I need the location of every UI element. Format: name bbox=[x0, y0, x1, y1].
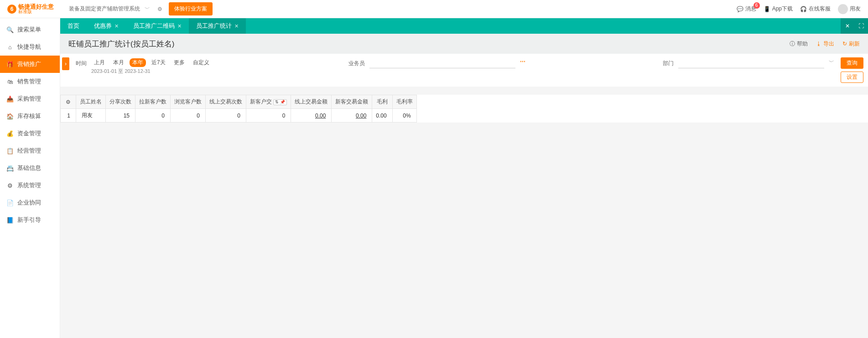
refresh-link[interactable]: ↻ 刷新 bbox=[842, 40, 860, 48]
tab-3[interactable]: 员工推广统计✕ bbox=[189, 18, 246, 34]
column-header[interactable]: 线上交易金额 bbox=[291, 95, 332, 109]
messages-badge: 6 bbox=[754, 2, 760, 9]
sidebar-item-11[interactable]: 📘新手引导 bbox=[0, 211, 60, 229]
sidebar: 🔍搜索菜单⌂快捷导航🎁营销推广🛍销售管理📥采购管理🏠库存核算💰资金管理📋经营管理… bbox=[0, 18, 60, 338]
sidebar-icon: 📇 bbox=[6, 165, 14, 172]
close-icon[interactable]: ✕ bbox=[177, 23, 182, 29]
time-option[interactable]: 自定义 bbox=[190, 58, 212, 67]
expand-tabs-button[interactable]: ⛶ bbox=[854, 18, 868, 34]
logo-subtext: 标准版 bbox=[18, 10, 54, 14]
column-header[interactable]: 毛利率 bbox=[392, 95, 416, 109]
page-title-bar: 旺铺员工推广统计(按员工姓名) ⓘ 帮助 ⭳ 导出 ↻ 刷新 bbox=[60, 34, 868, 54]
tab-2[interactable]: 员工推广二维码✕ bbox=[126, 18, 189, 34]
column-header[interactable]: 新客户交 ⇅📌 bbox=[246, 95, 291, 109]
sidebar-item-3[interactable]: 🛍销售管理 bbox=[0, 73, 60, 90]
try-industry-button[interactable]: 体验行业方案 bbox=[169, 2, 213, 15]
tab-label: 员工推广统计 bbox=[196, 22, 232, 30]
sidebar-item-0[interactable]: 🔍搜索菜单 bbox=[0, 21, 60, 38]
sidebar-item-5[interactable]: 🏠库存核算 bbox=[0, 108, 60, 125]
table-settings-header[interactable]: ⚙ bbox=[61, 95, 76, 109]
headset-icon: 🎧 bbox=[800, 6, 807, 12]
column-header[interactable]: 毛利 bbox=[372, 95, 392, 109]
message-icon: 💬 bbox=[737, 6, 743, 12]
sort-icon[interactable]: ⇅ bbox=[275, 100, 279, 104]
sidebar-icon: ⚙ bbox=[6, 182, 14, 189]
sidebar-item-2[interactable]: 🎁营销推广 bbox=[0, 56, 60, 73]
close-all-tabs-button[interactable]: ✕ bbox=[841, 18, 854, 34]
help-label: 帮助 bbox=[797, 40, 808, 48]
pin-icon[interactable]: 📌 bbox=[280, 100, 285, 104]
column-header[interactable]: 分享次数 bbox=[106, 95, 135, 109]
sidebar-item-label: 企业协同 bbox=[17, 199, 41, 207]
messages-link[interactable]: 💬 消息 6 bbox=[737, 5, 756, 13]
username: 用友 bbox=[850, 5, 861, 13]
salesman-more-icon[interactable]: ⋯ bbox=[520, 58, 526, 65]
time-option[interactable]: 本月 bbox=[110, 58, 127, 67]
column-header[interactable]: 新客交易金额 bbox=[332, 95, 372, 109]
sidebar-item-label: 搜索菜单 bbox=[17, 26, 41, 34]
org-selector[interactable]: 装备及固定资产辅助管理系统 ﹀ ⚙ bbox=[69, 5, 162, 13]
sidebar-item-label: 采购管理 bbox=[17, 95, 41, 103]
salesman-filter: 业务员 ⋯ bbox=[348, 58, 526, 68]
user-menu[interactable]: 用友 bbox=[838, 4, 861, 14]
sidebar-item-label: 营销推广 bbox=[17, 60, 41, 68]
dept-label: 部门 bbox=[663, 58, 674, 67]
refresh-label: 刷新 bbox=[849, 40, 860, 48]
salesman-input[interactable] bbox=[369, 58, 515, 68]
sidebar-item-7[interactable]: 📋经营管理 bbox=[0, 142, 60, 159]
sidebar-icon: 🎁 bbox=[6, 61, 14, 68]
sidebar-icon: 📥 bbox=[6, 96, 14, 102]
close-icon[interactable]: ✕ bbox=[234, 23, 239, 29]
salesman-label: 业务员 bbox=[348, 58, 365, 67]
column-header[interactable]: 拉新客户数 bbox=[135, 95, 171, 109]
settings-button[interactable]: 设置 bbox=[841, 72, 863, 83]
filter-bar: › 时间 上月本月本年近7天更多自定义 2023-01-01 至 2023-12… bbox=[60, 54, 868, 87]
sidebar-item-1[interactable]: ⌂快捷导航 bbox=[0, 38, 60, 56]
cell-txamt[interactable]: 0.00 bbox=[291, 109, 332, 123]
query-button[interactable]: 查询 bbox=[841, 57, 863, 69]
column-header[interactable]: 线上交易次数 bbox=[206, 95, 246, 109]
sidebar-item-10[interactable]: 📄企业协同 bbox=[0, 194, 60, 211]
export-link[interactable]: ⭳ 导出 bbox=[816, 40, 834, 48]
tab-label: 首页 bbox=[68, 22, 79, 30]
sidebar-item-6[interactable]: 💰资金管理 bbox=[0, 125, 60, 142]
app-download-link[interactable]: 📱 App下载 bbox=[764, 5, 793, 13]
sidebar-item-4[interactable]: 📥采购管理 bbox=[0, 90, 60, 108]
top-header: 6 畅捷通好生意 标准版 装备及固定资产辅助管理系统 ﹀ ⚙ 体验行业方案 💬 … bbox=[0, 0, 868, 18]
time-option[interactable]: 更多 bbox=[171, 58, 187, 67]
tab-0[interactable]: 首页 bbox=[60, 18, 87, 34]
tab-label: 优惠券 bbox=[94, 22, 112, 30]
time-option[interactable]: 上月 bbox=[91, 58, 108, 67]
dept-chevron-icon[interactable]: ﹀ bbox=[829, 58, 834, 66]
help-link[interactable]: ⓘ 帮助 bbox=[790, 40, 808, 48]
sidebar-item-9[interactable]: ⚙系统管理 bbox=[0, 177, 60, 194]
column-header[interactable]: 员工姓名 bbox=[76, 95, 106, 109]
online-service-link[interactable]: 🎧 在线客服 bbox=[800, 5, 831, 13]
logo[interactable]: 6 畅捷通好生意 标准版 bbox=[7, 4, 60, 14]
sort-pin-widget[interactable]: ⇅📌 bbox=[273, 99, 287, 105]
close-icon[interactable]: ✕ bbox=[114, 23, 119, 29]
avatar bbox=[838, 4, 848, 14]
chevron-down-icon: ﹀ bbox=[145, 5, 150, 13]
sidebar-item-8[interactable]: 📇基础信息 bbox=[0, 159, 60, 177]
dept-filter: 部门 ﹀ bbox=[663, 58, 834, 68]
time-option[interactable]: 近7天 bbox=[149, 58, 168, 67]
date-range: 2023-01-01 至 2023-12-31 bbox=[91, 68, 212, 75]
column-header[interactable]: 浏览客户数 bbox=[171, 95, 206, 109]
page-title: 旺铺员工推广统计(按员工姓名) bbox=[68, 39, 174, 49]
cell-newtxamt[interactable]: 0.00 bbox=[332, 109, 372, 123]
export-icon: ⭳ bbox=[816, 41, 821, 47]
time-label: 时间 bbox=[76, 58, 87, 67]
collapse-filter-handle[interactable]: › bbox=[62, 57, 69, 70]
cell-txcount: 0 bbox=[206, 109, 246, 123]
cell-newcust: 0 bbox=[135, 109, 171, 123]
cell-newtxcount: 0 bbox=[246, 109, 291, 123]
tab-1[interactable]: 优惠券✕ bbox=[87, 18, 126, 34]
sidebar-item-label: 系统管理 bbox=[17, 181, 41, 189]
gear-icon[interactable]: ⚙ bbox=[157, 6, 162, 12]
logo-icon: 6 bbox=[7, 5, 16, 14]
cell-profit: 0.00 bbox=[372, 109, 392, 123]
time-option[interactable]: 本年 bbox=[130, 58, 146, 67]
dept-input[interactable] bbox=[678, 58, 824, 68]
table-row[interactable]: 1用友1500000.000.000.000% bbox=[61, 109, 417, 123]
